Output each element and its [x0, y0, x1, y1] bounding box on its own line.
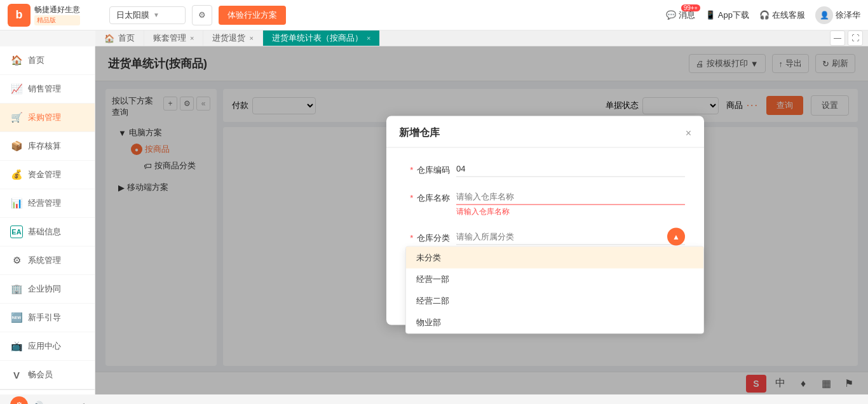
category-select-wrapper: ▲: [456, 229, 685, 245]
online-service-button[interactable]: 🎧 在线客服: [759, 10, 805, 21]
sidebar-label-finance: 资金管理: [28, 169, 61, 180]
enterprise-icon: 🏢: [10, 283, 23, 295]
tab-purchase-stats-close-icon[interactable]: ×: [367, 34, 370, 42]
tab-purchase-return-close-icon[interactable]: ×: [249, 34, 253, 42]
form-row-category: * 仓库分类 ▲ 未分类: [405, 229, 685, 245]
vip-icon: V: [10, 368, 23, 381]
sidebar-item-basic[interactable]: EA 基础信息: [0, 218, 95, 246]
message-icon: 💬: [666, 10, 676, 20]
gear-icon: ⚙: [198, 10, 206, 20]
logo-text-line2: 精品版: [34, 15, 80, 25]
sidebar-label-sales: 销售管理: [28, 83, 61, 95]
category-required-star: *: [410, 233, 413, 243]
add-warehouse-modal: 新增仓库 × * 仓库编码 *: [386, 116, 704, 325]
category-dropdown-button[interactable]: ▲: [667, 228, 685, 246]
tab-spacer: [380, 30, 825, 46]
sidebar-label-home: 首页: [28, 55, 44, 66]
sidebar-item-purchase[interactable]: 🛒 采购管理: [0, 104, 95, 132]
operation-icon: 📊: [10, 197, 23, 210]
form-row-name: * 仓库名称 请输入仓库名称: [405, 189, 685, 217]
sidebar-label-vip: 畅会员: [28, 369, 53, 380]
sidebar-item-system[interactable]: ⚙ 系统管理: [0, 246, 95, 275]
inventory-icon: 📦: [10, 140, 23, 152]
category-input[interactable]: [456, 229, 685, 245]
store-name: 日太阳膜: [116, 10, 149, 21]
message-badge: 99++: [681, 4, 700, 11]
sidebar-item-inventory[interactable]: 📦 库存核算: [0, 132, 95, 161]
code-required-star: *: [410, 165, 413, 175]
sales-icon: 📈: [10, 83, 23, 95]
form-row-code: * 仓库编码: [405, 161, 685, 177]
tab-purchase-stats[interactable]: 进货单统计表（按商品） ×: [263, 30, 380, 46]
top-header: b 畅捷通好生意 精品版 日太阳膜 ▼ ⚙ 体验行业方案 💬 消息 99++ 📱…: [0, 0, 868, 30]
sidebar-item-sales[interactable]: 📈 销售管理: [0, 75, 95, 104]
name-error-message: 请输入仓库名称: [456, 206, 685, 217]
tab-maximize-button[interactable]: ⛶: [848, 30, 863, 46]
dropdown-item-dept2[interactable]: 经营二部: [406, 290, 703, 312]
sidebar-item-home[interactable]: 🏠 首页: [0, 46, 95, 75]
home-icon: 🏠: [10, 54, 23, 67]
home-tab-label: 首页: [118, 32, 135, 44]
sidebar-item-app-center[interactable]: 📺 应用中心: [0, 332, 95, 361]
store-selector[interactable]: 日太阳膜 ▼: [109, 6, 186, 24]
tab-account[interactable]: 账套管理 ×: [144, 30, 203, 46]
dropdown-item-property[interactable]: 物业部: [406, 312, 703, 333]
sidebar-bottom: ⚙ 🔊 ◀: [0, 389, 95, 404]
sidebar-item-finance[interactable]: 💰 资金管理: [0, 161, 95, 189]
sidebar-label-purchase: 采购管理: [28, 112, 61, 123]
settings-button[interactable]: ⚙: [192, 5, 212, 25]
sidebar-item-operation[interactable]: 📊 经营管理: [0, 189, 95, 218]
store-selector-arrow-icon: ▼: [153, 11, 159, 18]
tab-home[interactable]: 🏠 首页: [95, 30, 144, 46]
user-menu-button[interactable]: 👤 徐泽华: [815, 6, 860, 24]
user-name-label: 徐泽华: [836, 10, 860, 21]
modal-title: 新增仓库: [399, 126, 440, 140]
sidebar-label-basic: 基础信息: [28, 226, 61, 238]
sidebar-item-guide[interactable]: 🆕 新手引导: [0, 304, 95, 332]
sidebar-item-enterprise[interactable]: 🏢 企业协同: [0, 275, 95, 304]
name-field: 请输入仓库名称: [456, 189, 685, 217]
system-icon: ⚙: [10, 254, 23, 267]
sidebar-label-guide: 新手引导: [28, 312, 61, 323]
sidebar-toggle-icon[interactable]: ◀: [78, 401, 85, 405]
logo-text-line1: 畅捷通好生意: [34, 4, 80, 15]
app-download-label: App下载: [718, 10, 749, 21]
message-button[interactable]: 💬 消息 99++: [666, 10, 695, 21]
sidebar-label-app-center: 应用中心: [28, 340, 61, 352]
tab-bar: 🏠 首页 账套管理 × 进货退货 × 进货单统计表（按商品） × — ⛶: [95, 30, 868, 46]
sidebar-label-enterprise: 企业协同: [28, 283, 61, 295]
modal-header: 新增仓库 ×: [386, 116, 704, 148]
sidebar: 🏠 首页 📈 销售管理 🛒 采购管理 📦 库存核算 💰 资金管理 📊 经营管理 …: [0, 46, 95, 394]
tab-right-buttons: — ⛶: [825, 30, 868, 46]
tab-minimize-button[interactable]: —: [830, 30, 845, 46]
home-tab-icon: 🏠: [104, 34, 114, 43]
sidebar-sound-icon[interactable]: 🔊: [33, 401, 43, 405]
app-logo-icon: b: [8, 4, 31, 27]
code-field: [456, 161, 685, 177]
tab-account-label: 账套管理: [153, 32, 186, 44]
avatar: 👤: [815, 6, 833, 24]
sidebar-settings-icon[interactable]: ⚙: [10, 396, 28, 404]
code-input[interactable]: [456, 161, 685, 177]
content-area: 进货单统计(按商品) 🖨 按模板打印 ▼ ↑ 导出 ↻ 刷新: [95, 46, 868, 394]
header-right: 💬 消息 99++ 📱 App下载 🎧 在线客服 👤 徐泽华: [666, 6, 860, 24]
tab-purchase-stats-label: 进货单统计表（按商品）: [272, 32, 363, 44]
tab-account-close-icon[interactable]: ×: [190, 34, 194, 42]
app-download-button[interactable]: 📱 App下载: [705, 10, 749, 21]
purchase-icon: 🛒: [10, 111, 23, 124]
phone-icon: 📱: [705, 10, 715, 20]
modal-close-button[interactable]: ×: [686, 128, 691, 138]
app-center-icon: 📺: [10, 340, 23, 353]
category-field: ▲ 未分类 经营一部 经营二部: [456, 229, 685, 245]
dropdown-item-dept1[interactable]: 经营一部: [406, 269, 703, 290]
tab-purchase-return[interactable]: 进货退货 ×: [203, 30, 262, 46]
basic-info-icon: EA: [10, 226, 23, 238]
dropdown-item-uncategorized[interactable]: 未分类: [406, 247, 703, 269]
sidebar-item-vip[interactable]: V 畅会员: [0, 361, 95, 389]
online-service-label: 在线客服: [772, 10, 805, 21]
name-input[interactable]: [456, 189, 685, 205]
category-dropdown-list: 未分类 经营一部 经营二部 物业部: [405, 246, 704, 334]
sidebar-label-system: 系统管理: [28, 255, 61, 266]
name-required-star: *: [410, 193, 413, 203]
trial-button[interactable]: 体验行业方案: [219, 6, 286, 25]
